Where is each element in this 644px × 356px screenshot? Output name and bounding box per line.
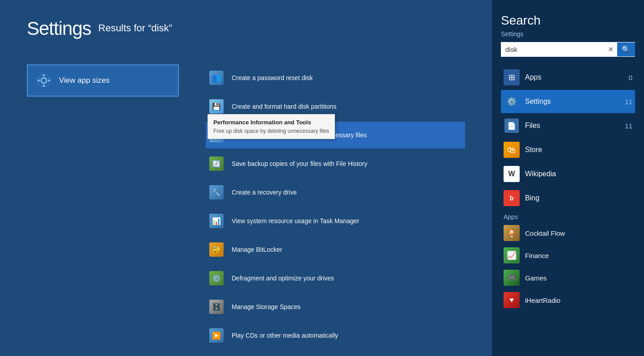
header-row: Settings Results for “disk” [27,18,465,51]
category-bing[interactable]: b Bing [501,186,635,210]
app-games[interactable]: 🎮 Games [501,267,635,288]
main-content: Settings Results for “disk” View app siz… [0,0,492,356]
category-store[interactable]: 🛍 Store [501,138,635,161]
right-panel: Search Settings ✕ 🔍 ⊞ Apps 0 ⚙️ Settings… [492,0,644,356]
cocktail-flow-icon: 🍹 [504,225,520,241]
search-context: Settings [501,30,635,38]
create-format-label: Create and format hard disk partitions [232,102,336,110]
category-settings[interactable]: ⚙️ Settings 11 [501,90,635,113]
hdd-icon: 💾 [208,97,225,115]
wikipedia-category-label: Wikipedia [525,170,632,178]
files-category-count: 11 [625,122,632,130]
manage-storage-item[interactable]: 🗄️ Manage Storage Spaces [206,293,465,320]
files-category-label: Files [525,122,625,130]
svg-rect-3 [43,85,45,87]
finance-icon: 📈 [504,247,520,263]
files-category-icon: 📄 [504,118,520,134]
apps-category-label: Apps [525,73,629,81]
tooltip: Performance Information and Tools Free u… [208,114,335,139]
save-backup-item[interactable]: 🔄 Save backup copies of your files with … [206,150,465,177]
defrag-icon: ⚙️ [208,269,225,287]
iheartradio-label: iHeartRadio [525,297,560,304]
defragment-label: Defragment and optimize your drives [232,274,334,282]
store-category-icon: 🛍 [504,142,520,158]
wikipedia-category-icon: W [504,166,520,182]
view-task-item[interactable]: 📊 View system resource usage in Task Man… [206,208,465,234]
app-cocktail-flow[interactable]: 🍹 Cocktail Flow [501,222,635,244]
view-app-sizes-button[interactable]: View app sizes [27,64,179,97]
search-clear-button[interactable]: ✕ [604,42,617,56]
save-backup-label: Save backup copies of your files with Fi… [232,160,367,168]
create-password-item[interactable]: 👥 Create a password reset disk [206,64,465,91]
col-left: View app sizes [27,64,188,351]
category-files[interactable]: 📄 Files 11 [501,114,635,137]
gear-icon [35,72,53,89]
search-go-button[interactable]: 🔍 [617,42,635,56]
apps-category-icon: ⊞ [504,69,520,85]
create-recovery-label: Create a recovery drive [232,188,297,196]
apps-category-count: 0 [629,74,632,81]
games-icon: 🎮 [504,270,520,286]
bitlocker-icon: 🔐 [208,241,225,259]
view-task-label: View system resource usage in Task Manag… [232,217,359,225]
category-wikipedia[interactable]: W Wikipedia [501,162,635,186]
category-apps[interactable]: ⊞ Apps 0 [501,66,635,89]
svg-rect-4 [38,80,40,81]
cocktail-flow-label: Cocktail Flow [525,229,565,237]
app-finance[interactable]: 📈 Finance [501,245,635,266]
recovery-icon: 🔧 [208,183,225,201]
results-subtitle: Results for “disk” [98,22,172,34]
settings-category-count: 11 [625,98,632,106]
store-category-label: Store [525,146,632,154]
task-manager-icon: 📊 [208,212,225,230]
games-label: Games [525,274,547,282]
tooltip-title: Performance Information and Tools [213,118,329,127]
tooltip-description: Free up disk space by deleting unnecessa… [213,127,329,135]
play-cds-item[interactable]: ▶️ Play CDs or other media automatically [206,322,465,349]
search-panel-title: Search [501,13,635,28]
svg-rect-2 [43,74,45,76]
manage-bitlocker-label: Manage BitLocker [232,246,282,254]
storage-icon: 🗄️ [208,298,225,316]
search-input[interactable] [501,42,604,57]
iheartradio-icon: ♥ [504,292,520,308]
play-cds-label: Play CDs or other media automatically [232,331,338,339]
autoplay-icon: ▶️ [208,326,225,344]
page-title: Settings [27,18,91,39]
backup-icon: 🔄 [208,155,225,173]
defragment-item[interactable]: ⚙️ Defragment and optimize your drives [206,265,465,292]
create-recovery-item[interactable]: 🔧 Create a recovery drive [206,179,465,206]
create-password-label: Create a password reset disk [232,74,313,82]
bing-category-icon: b [504,190,520,206]
search-box: ✕ 🔍 [501,42,635,57]
finance-label: Finance [525,252,549,259]
svg-rect-5 [48,80,50,81]
manage-storage-label: Manage Storage Spaces [232,303,301,311]
apps-section-label: Apps [504,213,632,220]
view-app-sizes-label: View app sizes [59,76,110,85]
results-area: View app sizes 👥 Create a password reset… [27,64,465,351]
user-group-icon: 👥 [208,69,225,87]
manage-bitlocker-item[interactable]: 🔐 Manage BitLocker [206,236,465,263]
settings-category-label: Settings [525,97,625,106]
settings-category-icon: ⚙️ [504,93,520,110]
bing-category-label: Bing [525,194,632,202]
col-right: 👥 Create a password reset disk 💾 Create … [206,64,465,351]
app-iheartradio[interactable]: ♥ iHeartRadio [501,289,635,311]
